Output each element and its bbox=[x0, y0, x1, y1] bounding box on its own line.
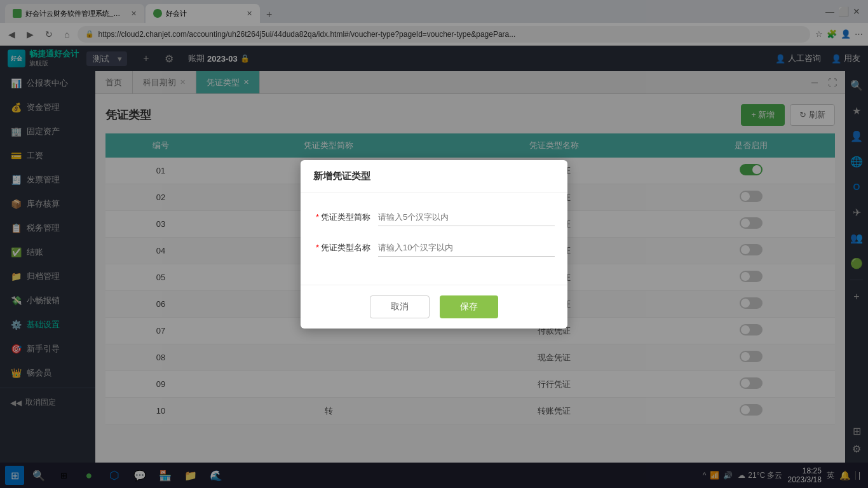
cancel-button[interactable]: 取消 bbox=[370, 295, 430, 318]
modal-overlay: 新增凭证类型 凭证类型简称 凭证类型名称 取消 保存 bbox=[0, 0, 868, 488]
save-button[interactable]: 保存 bbox=[440, 295, 498, 318]
field-name-input[interactable] bbox=[378, 239, 555, 257]
modal-body: 凭证类型简称 凭证类型名称 bbox=[301, 193, 567, 285]
modal-footer: 取消 保存 bbox=[301, 285, 567, 329]
modal-header: 新增凭证类型 bbox=[301, 160, 567, 193]
field-short-label: 凭证类型简称 bbox=[313, 212, 370, 223]
field-short-input[interactable] bbox=[378, 208, 555, 226]
form-row-name: 凭证类型名称 bbox=[313, 239, 555, 257]
field-name-label: 凭证类型名称 bbox=[313, 242, 370, 254]
modal-title: 新增凭证类型 bbox=[313, 170, 370, 181]
form-row-short: 凭证类型简称 bbox=[313, 208, 555, 226]
new-voucher-type-modal: 新增凭证类型 凭证类型简称 凭证类型名称 取消 保存 bbox=[301, 160, 567, 329]
